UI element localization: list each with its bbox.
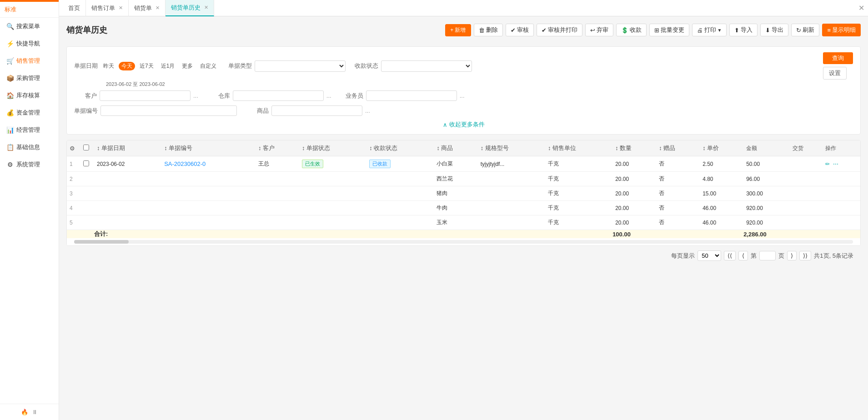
row-checkbox-cell[interactable]	[80, 215, 94, 230]
per-page-select[interactable]: 50 100	[697, 250, 721, 261]
page-number-input[interactable]: 1	[759, 251, 776, 260]
checkbox-col-header[interactable]	[80, 140, 94, 156]
next-page-button[interactable]: ⟩	[787, 251, 797, 260]
filter-doc-type-select[interactable]	[255, 60, 346, 72]
settings-col-header[interactable]: ⚙	[67, 140, 80, 156]
row-unit-price: 2.50	[700, 156, 743, 172]
last-page-button[interactable]: ⟩⟩	[799, 251, 811, 260]
date-tab-more[interactable]: 更多	[179, 62, 196, 70]
tab-sales-order-close[interactable]: ✕	[119, 5, 123, 11]
export-button[interactable]: ⬇ 导出	[760, 24, 788, 36]
row-unit: 千克	[545, 201, 612, 215]
row-qty: 20.00	[612, 186, 656, 201]
new-button[interactable]: + 新增	[445, 24, 471, 36]
unitprice-col-header[interactable]: ↕ 单价	[700, 140, 743, 156]
set-button[interactable]: 设置	[823, 67, 847, 80]
collapse-icon: ∧	[443, 121, 447, 128]
abandon-button[interactable]: ↩ 弃审	[585, 24, 613, 36]
sidebar-item-inventory[interactable]: 🏠 库存核算	[0, 87, 59, 104]
row-checkbox-cell[interactable]	[80, 201, 94, 215]
sales-icon: 🛒	[6, 57, 14, 65]
sidebar-item-finance[interactable]: 💰 资金管理	[0, 104, 59, 121]
row-checkbox-cell[interactable]	[80, 186, 94, 201]
docno-link[interactable]: SA-20230602-0	[164, 160, 206, 167]
date-tab-yesterday[interactable]: 昨天	[100, 62, 117, 70]
filter-product-input[interactable]	[271, 105, 362, 116]
date-tab-1month[interactable]: 近1月	[158, 62, 178, 70]
spec-col-header[interactable]: ↕ 规格型号	[478, 140, 545, 156]
table-row: 1 2023-06-02 SA-20230602-0 王总 已生效 已收款 小白…	[67, 156, 860, 172]
row-checkbox[interactable]	[83, 160, 89, 166]
sidebar-item-system[interactable]: ⚙ 系统管理	[0, 156, 59, 173]
tab-sales-history[interactable]: 销货单历史 ✕	[166, 0, 214, 16]
filter-customer-picker[interactable]: ...	[193, 92, 198, 99]
audit-button[interactable]: ✔ 审核	[506, 24, 534, 36]
filter-customer-input[interactable]	[100, 90, 191, 101]
sidebar-item-search-menu[interactable]: 🔍 搜索菜单	[0, 18, 59, 35]
row-unit-price: 46.00	[700, 215, 743, 230]
filter-payment-status-select[interactable]	[381, 60, 472, 72]
tab-home[interactable]: 首页	[63, 0, 86, 16]
print-button[interactable]: 🖨 打印 ▼	[692, 24, 727, 36]
tab-sales-history-close[interactable]: ✕	[204, 5, 208, 10]
row-unit: 千克	[545, 156, 612, 172]
query-button[interactable]: 查询	[823, 52, 853, 64]
table-settings-icon[interactable]: ⚙	[70, 145, 75, 152]
import-button[interactable]: ⬆ 导入	[729, 24, 758, 36]
row-unit-price: 15.00	[700, 186, 743, 201]
tab-bar: 首页 销售订单 ✕ 销货单 ✕ 销货单历史 ✕ ✕	[59, 0, 868, 16]
scroll-thumb[interactable]	[74, 240, 129, 244]
gift-col-header[interactable]: ↕ 赠品	[656, 140, 700, 156]
docstatus-col-header[interactable]: ↕ 单据状态	[299, 140, 366, 156]
date-tab-custom[interactable]: 自定义	[197, 62, 219, 70]
customer-col-header[interactable]: ↕ 客户	[256, 140, 299, 156]
filter-date-item: 单据日期 昨天 今天 近7天 近1月 更多 自定义	[74, 62, 219, 70]
tab-sales-delivery-close[interactable]: ✕	[156, 5, 160, 11]
tab-sales-delivery[interactable]: 销货单 ✕	[129, 0, 166, 16]
row-docno	[161, 186, 256, 201]
sidebar-bottom-icon2[interactable]: ⏸	[32, 409, 38, 415]
collect-button[interactable]: 💲 收款	[616, 24, 647, 36]
more-action[interactable]: ⋯	[833, 161, 838, 167]
refresh-button[interactable]: ↻ 刷新	[791, 24, 819, 36]
filter-payment-status-item: 收款状态	[355, 60, 472, 72]
first-page-button[interactable]: ⟨⟨	[724, 251, 736, 260]
filter-salesperson-picker[interactable]: ...	[460, 92, 465, 99]
tab-bar-close[interactable]: ✕	[858, 4, 864, 12]
sidebar-item-purchase[interactable]: 📦 采购管理	[0, 70, 59, 87]
filter-salesperson-input[interactable]	[366, 90, 457, 101]
sidebar-item-sales[interactable]: 🛒 销售管理	[0, 52, 59, 70]
sidebar-item-quick-nav[interactable]: ⚡ 快捷导航	[0, 35, 59, 52]
filter-docno-input[interactable]	[100, 105, 237, 116]
row-docno: SA-20230602-0	[161, 156, 256, 172]
row-checkbox-cell[interactable]	[80, 156, 94, 172]
date-tab-7days[interactable]: 近7天	[137, 62, 156, 70]
filter-warehouse-input[interactable]	[233, 90, 324, 101]
filter-warehouse-picker[interactable]: ...	[326, 92, 331, 99]
filter-product-picker[interactable]: ...	[365, 107, 370, 114]
audit-print-button[interactable]: ✔ 审核并打印	[537, 24, 582, 36]
show-details-button[interactable]: ≡ 显示明细	[822, 24, 861, 36]
select-all-checkbox[interactable]	[83, 145, 89, 150]
docno-col-header[interactable]: ↕ 单据编号	[161, 140, 256, 156]
tab-sales-order[interactable]: 销售订单 ✕	[86, 0, 129, 16]
unit-col-header[interactable]: ↕ 销售单位	[545, 140, 612, 156]
sidebar-item-basic-info[interactable]: 📋 基础信息	[0, 139, 59, 156]
batch-change-button[interactable]: ⊞ 批量变更	[649, 24, 689, 36]
qty-col-header[interactable]: ↕ 数量	[612, 140, 656, 156]
date-col-header[interactable]: ↕ 单据日期	[94, 140, 161, 156]
row-checkbox-cell[interactable]	[80, 172, 94, 186]
delete-button[interactable]: 🗑 删除	[474, 24, 503, 36]
collapse-filter-button[interactable]: ∧ 收起更多条件	[74, 120, 853, 129]
paymentstatus-col-header[interactable]: ↕ 收款状态	[366, 140, 434, 156]
sidebar-bottom-icon1[interactable]: 🔥	[21, 409, 28, 415]
row-num: 1	[67, 156, 80, 172]
prev-page-button[interactable]: ⟨	[738, 251, 748, 260]
edit-action[interactable]: ✏	[825, 161, 830, 167]
row-gift: 否	[656, 156, 700, 172]
table-scrollbar[interactable]	[67, 238, 860, 245]
sidebar-item-operations[interactable]: 📊 经营管理	[0, 121, 59, 139]
row-num: 5	[67, 215, 80, 230]
date-tab-today[interactable]: 今天	[119, 62, 135, 70]
product-col-header[interactable]: ↕ 商品	[434, 140, 477, 156]
